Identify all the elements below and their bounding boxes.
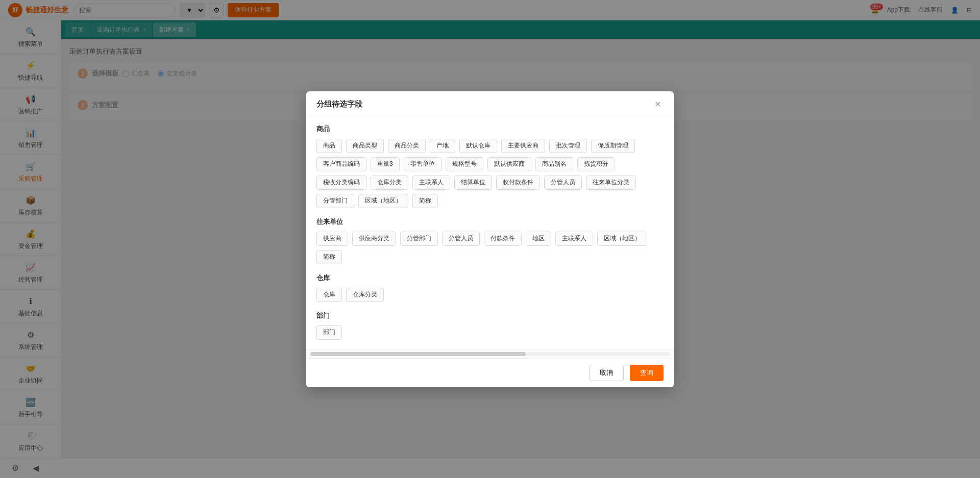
modal-close-button[interactable]: ✕ [651, 98, 664, 111]
modal-title: 分组待选字段 [316, 99, 362, 109]
field-select-modal: 分组待选字段 ✕ 商品 商品 商品类型 商品分类 产地 默认仓库 主要供应商 批… [306, 91, 674, 134]
section-product-title: 商品 [316, 124, 664, 134]
modal-body: 商品 商品 商品类型 商品分类 产地 默认仓库 主要供应商 批次管理 保质期管理… [306, 116, 674, 134]
modal-header: 分组待选字段 ✕ [306, 91, 674, 116]
section-product: 商品 商品 商品类型 商品分类 产地 默认仓库 主要供应商 批次管理 保质期管理… [316, 124, 664, 134]
